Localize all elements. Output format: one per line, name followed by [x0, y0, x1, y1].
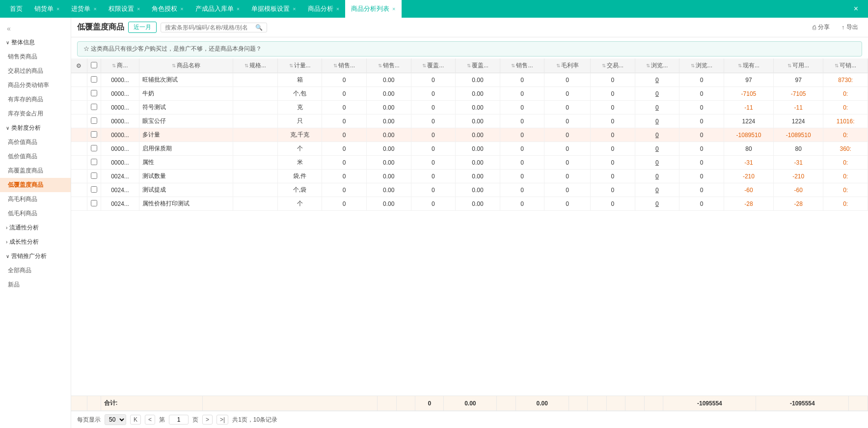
sidebar-item-sales-products[interactable]: 销售类商品: [0, 50, 71, 64]
last-page-button[interactable]: >|: [217, 415, 228, 425]
row-browse1[interactable]: 0: [635, 142, 679, 156]
nav-close-icon[interactable]: ×: [93, 6, 96, 12]
col-sales2[interactable]: ⇅销售...: [366, 58, 411, 73]
row-checkbox[interactable]: [87, 114, 101, 128]
nav-close-active-icon[interactable]: ×: [392, 6, 395, 12]
sidebar-group-growth[interactable]: › 成长性分析: [0, 235, 71, 249]
row-select-checkbox[interactable]: [91, 76, 97, 83]
col-cover1[interactable]: ⇅覆盖...: [411, 58, 456, 73]
sidebar-item-low-value[interactable]: 低价值商品: [0, 149, 71, 164]
col-code[interactable]: ⇅商...: [101, 58, 139, 73]
col-stock3[interactable]: ⇅可销...: [823, 58, 868, 73]
sidebar-group-category-analysis[interactable]: ∨ 类射度分析: [0, 121, 71, 135]
page-number-input[interactable]: [169, 415, 189, 425]
export-button[interactable]: ↑ 导出: [838, 22, 862, 32]
row-browse1[interactable]: 0: [635, 87, 679, 101]
row-select-checkbox[interactable]: [91, 145, 97, 151]
row-browse1[interactable]: 0: [635, 101, 679, 114]
row-select-checkbox[interactable]: [91, 172, 97, 179]
sidebar-item-category-sales-rate[interactable]: 商品分类动销率: [0, 78, 71, 92]
nav-template-settings[interactable]: 单据模板设置 ×: [245, 0, 301, 18]
next-page-button[interactable]: >: [202, 415, 213, 425]
row-trans: 0: [591, 156, 635, 170]
row-browse1[interactable]: 0: [635, 183, 679, 197]
sidebar-collapse-button[interactable]: «: [4, 24, 14, 33]
row-checkbox[interactable]: [87, 142, 101, 156]
sidebar-item-high-margin[interactable]: 高毛利商品: [0, 192, 71, 206]
row-checkbox[interactable]: [87, 73, 101, 87]
sidebar-item-high-coverage[interactable]: 高覆盖度商品: [0, 164, 71, 178]
col-trans[interactable]: ⇅交易...: [591, 58, 635, 73]
row-select-checkbox[interactable]: [91, 200, 97, 206]
sidebar-item-high-value[interactable]: 高价值商品: [0, 135, 71, 149]
nav-close-icon[interactable]: ×: [180, 6, 183, 12]
window-close-button[interactable]: ×: [848, 4, 864, 13]
sidebar-item-all-products[interactable]: 全部商品: [0, 263, 71, 278]
sidebar-group-overview[interactable]: ∨ 整体信息: [0, 35, 71, 50]
row-browse1[interactable]: 0: [635, 128, 679, 142]
col-browse1[interactable]: ⇅浏览...: [635, 58, 679, 73]
row-browse1[interactable]: 0: [635, 73, 679, 87]
row-select-checkbox[interactable]: [91, 159, 97, 165]
sidebar-item-low-coverage[interactable]: 低覆盖度商品: [0, 178, 71, 192]
col-stock2[interactable]: ⇅可用...: [774, 58, 823, 73]
row-select-checkbox[interactable]: [91, 131, 97, 138]
share-button[interactable]: ⎙ 分享: [809, 22, 834, 32]
nav-sales-order[interactable]: 销货单 ×: [28, 0, 65, 18]
col-sales3[interactable]: ⇅销售...: [500, 58, 544, 73]
col-spec[interactable]: ⇅规格...: [233, 58, 278, 73]
row-checkbox[interactable]: [87, 87, 101, 101]
col-name[interactable]: ⇅商品名称: [139, 58, 233, 73]
col-cover2[interactable]: ⇅覆盖...: [456, 58, 500, 73]
row-select-checkbox[interactable]: [91, 90, 97, 96]
row-checkbox[interactable]: [87, 170, 101, 183]
select-all-checkbox[interactable]: [91, 62, 97, 68]
row-checkbox[interactable]: [87, 101, 101, 114]
nav-product-analysis[interactable]: 商品分析 ×: [302, 0, 345, 18]
search-icon[interactable]: 🔍: [255, 24, 263, 31]
prev-page-button[interactable]: <: [145, 415, 155, 425]
sidebar-item-capital-usage[interactable]: 库存资金占用: [0, 107, 71, 121]
sidebar-item-low-margin[interactable]: 低毛利商品: [0, 206, 71, 221]
row-browse1[interactable]: 0: [635, 114, 679, 128]
nav-product-analysis-list[interactable]: 商品分析列表 ×: [345, 0, 401, 18]
sidebar-group-circulation[interactable]: › 流通性分析: [0, 221, 71, 235]
sidebar-item-in-stock-products[interactable]: 有库存的商品: [0, 92, 71, 107]
row-browse1[interactable]: 0: [635, 197, 679, 211]
col-unit[interactable]: ⇅计量...: [277, 58, 322, 73]
per-page-select[interactable]: 50: [105, 414, 126, 425]
nav-home[interactable]: 首页: [4, 0, 28, 18]
row-select-checkbox[interactable]: [91, 104, 97, 110]
nav-close-icon[interactable]: ×: [293, 6, 296, 12]
col-stock1[interactable]: ⇅现有...: [724, 58, 773, 73]
row-select-checkbox[interactable]: [91, 186, 97, 193]
nav-close-icon[interactable]: ×: [237, 6, 240, 12]
first-page-button[interactable]: K: [130, 415, 141, 425]
col-checkbox[interactable]: [87, 58, 101, 73]
col-sales1[interactable]: ⇅销售...: [322, 58, 367, 73]
sidebar-group-marketing[interactable]: ∨ 营销推广分析: [0, 249, 71, 263]
row-checkbox[interactable]: [87, 183, 101, 197]
col-settings[interactable]: ⚙: [71, 58, 87, 73]
time-filter-button[interactable]: 近一月: [128, 22, 157, 33]
page-label: 第: [159, 416, 165, 424]
row-select-checkbox[interactable]: [91, 117, 97, 124]
row-browse1[interactable]: 0: [635, 156, 679, 170]
row-checkbox[interactable]: [87, 197, 101, 211]
search-input[interactable]: [165, 24, 253, 31]
row-checkbox[interactable]: [87, 128, 101, 142]
row-cover1: 0: [411, 101, 456, 114]
nav-product-inbound[interactable]: 产成品入库单 ×: [190, 0, 245, 18]
col-margin[interactable]: ⇅毛利率: [544, 58, 591, 73]
row-checkbox[interactable]: [87, 156, 101, 170]
sidebar-item-traded-products[interactable]: 交易过的商品: [0, 64, 71, 78]
nav-purchase-order[interactable]: 进货单 ×: [65, 0, 102, 18]
sidebar-item-new-products[interactable]: 新品: [0, 278, 71, 292]
nav-close-icon[interactable]: ×: [336, 6, 339, 12]
nav-close-icon[interactable]: ×: [137, 6, 140, 12]
nav-role-auth[interactable]: 角色授权 ×: [146, 0, 189, 18]
nav-permission-settings[interactable]: 权限设置 ×: [103, 0, 146, 18]
col-browse2[interactable]: ⇅浏览...: [679, 58, 724, 73]
row-browse1[interactable]: 0: [635, 170, 679, 183]
nav-close-icon[interactable]: ×: [56, 6, 59, 12]
